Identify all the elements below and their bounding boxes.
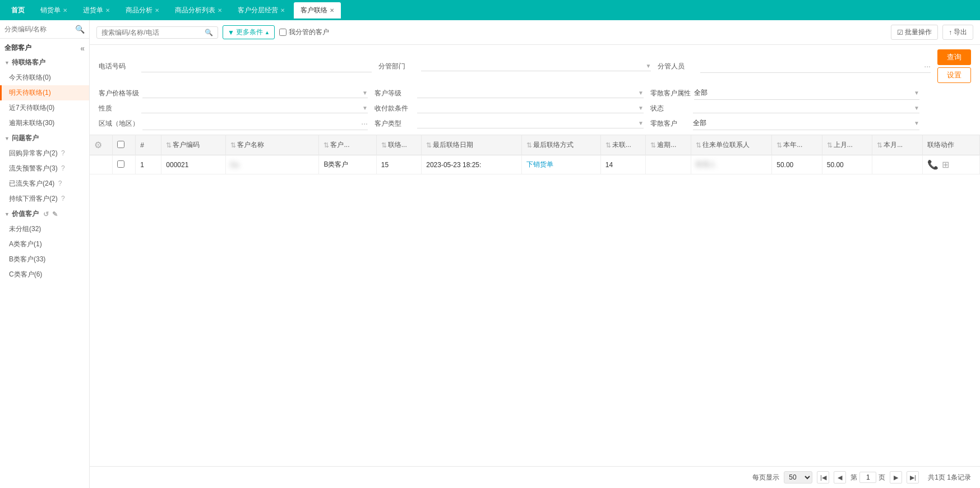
filter-more-btn[interactable]: ▼ 更多条件 ▲ bbox=[223, 25, 275, 39]
sort-name-icon: ⇅ bbox=[230, 141, 236, 149]
row-checkbox[interactable] bbox=[117, 160, 124, 168]
query-button[interactable]: 查询 bbox=[937, 49, 971, 65]
price-level-label: 客户价格等级 bbox=[99, 89, 139, 98]
help-icon-1[interactable]: ? bbox=[61, 164, 65, 172]
th-row-num: # bbox=[136, 135, 161, 155]
nature-select[interactable]: ▼ bbox=[141, 103, 368, 113]
help-icon-0[interactable]: ? bbox=[61, 149, 65, 157]
export-button[interactable]: ↑ 导出 bbox=[942, 25, 973, 40]
filter-search-icon[interactable]: 🔍 bbox=[205, 29, 213, 36]
nav-purchase[interactable]: 进货单 ✕ bbox=[76, 2, 117, 19]
th-last-contact-date[interactable]: ⇅ 最后联络日期 bbox=[422, 135, 522, 155]
sidebar-item-week-contact[interactable]: 近7天待联络(0) bbox=[0, 100, 89, 116]
unit-contacts-value: 联系人 bbox=[696, 160, 716, 168]
retail-attr-value: 全部 bbox=[694, 88, 708, 98]
close-goods-analysis-icon[interactable]: ✕ bbox=[155, 7, 159, 13]
goods-analysis-label: 商品分析 bbox=[126, 6, 152, 15]
close-purchase-icon[interactable]: ✕ bbox=[105, 7, 110, 13]
sidebar-item-tomorrow-contact[interactable]: 明天待联络(1) bbox=[0, 85, 89, 100]
pending-contact-group[interactable]: 待联络客户 bbox=[0, 55, 89, 70]
th-this-month[interactable]: ⇅ 本月... bbox=[872, 135, 922, 155]
region-dots-btn[interactable]: ··· bbox=[361, 119, 368, 128]
value-customers-group[interactable]: 价值客户 ↺ ✎ bbox=[0, 206, 89, 222]
all-customers-header[interactable]: 全部客户 « bbox=[0, 39, 89, 55]
collapse-sidebar-icon[interactable]: « bbox=[80, 44, 85, 53]
th-this-year[interactable]: ⇅ 本年... bbox=[772, 135, 822, 155]
th-customer-type[interactable]: ⇅ 客户... bbox=[319, 135, 376, 155]
retail-attr-select[interactable]: 全部 ▼ bbox=[694, 86, 919, 100]
field-status: 状态 ▼ bbox=[650, 103, 919, 113]
filter-search-input[interactable] bbox=[101, 29, 202, 36]
nav-home[interactable]: 首页 bbox=[4, 2, 31, 19]
sort-tmonth-icon: ⇅ bbox=[877, 141, 882, 149]
sidebar-search-input[interactable] bbox=[4, 25, 73, 33]
sidebar-item-class-c[interactable]: C类客户(6) bbox=[0, 267, 89, 282]
price-level-select[interactable]: ▼ bbox=[142, 88, 368, 98]
region-label: 区域（地区） bbox=[99, 119, 139, 128]
th-customer-code[interactable]: ⇅ 客户编码 bbox=[161, 135, 226, 155]
th-last-contact-method[interactable]: ⇅ 最后联络方式 bbox=[522, 135, 601, 155]
th-not-contacted[interactable]: ⇅ 未联... bbox=[600, 135, 646, 155]
phone-input[interactable] bbox=[141, 61, 372, 72]
field-customer-type: 客户类型 ▼ bbox=[375, 118, 644, 128]
page-input[interactable] bbox=[859, 472, 876, 483]
th-overdue[interactable]: ⇅ 逾期... bbox=[646, 135, 691, 155]
th-last-month[interactable]: ⇅ 上月... bbox=[822, 135, 872, 155]
close-customer-contact-icon[interactable]: ✕ bbox=[330, 7, 334, 13]
next-page-btn[interactable]: ▶ bbox=[890, 471, 902, 484]
nav-sales[interactable]: 销货单 ✕ bbox=[34, 2, 74, 19]
th-customer-name[interactable]: ⇅ 客户名称 bbox=[226, 135, 319, 155]
sidebar-item-today-contact[interactable]: 今天待联络(0) bbox=[0, 70, 89, 85]
column-settings-icon[interactable]: ⚙ bbox=[94, 140, 102, 150]
problem-customers-group[interactable]: 问题客户 bbox=[0, 131, 89, 146]
sidebar-item-ungrouped[interactable]: 未分组(32) bbox=[0, 222, 89, 237]
sidebar-item-class-a[interactable]: A类客户(1) bbox=[0, 237, 89, 252]
retail-customer-label: 零散客户 bbox=[650, 119, 690, 128]
sidebar-item-lost-risk[interactable]: 流失预警客户(3) ? bbox=[0, 161, 89, 176]
close-goods-analysis-list-icon[interactable]: ✕ bbox=[218, 7, 222, 13]
select-all-checkbox[interactable] bbox=[117, 141, 124, 148]
retail-attr-label: 零散客户属性 bbox=[650, 89, 691, 98]
sidebar-item-overdue-contact[interactable]: 逾期未联络(30) bbox=[0, 116, 89, 131]
first-page-btn[interactable]: |◀ bbox=[817, 471, 829, 484]
sidebar-search-icon[interactable]: 🔍 bbox=[75, 25, 85, 34]
field-phone: 电话号码 bbox=[99, 61, 372, 72]
nav-goods-analysis[interactable]: 商品分析 ✕ bbox=[119, 2, 166, 19]
dept-select[interactable]: ▼ bbox=[421, 61, 651, 71]
close-customer-tier-icon[interactable]: ✕ bbox=[280, 7, 285, 13]
my-customers-checkbox[interactable] bbox=[279, 29, 286, 36]
grid-action-icon[interactable]: ⊞ bbox=[942, 159, 949, 170]
payment-select[interactable]: ▼ bbox=[417, 103, 644, 113]
prev-page-btn[interactable]: ◀ bbox=[834, 471, 846, 484]
customer-type-select[interactable]: ▼ bbox=[417, 118, 644, 128]
customer-level-select[interactable]: ▼ bbox=[417, 88, 644, 98]
retail-customer-select[interactable]: 全部 ▼ bbox=[693, 117, 919, 130]
field-customer-level: 客户等级 ▼ bbox=[375, 88, 644, 98]
last-contact-method-link[interactable]: 下销货单 bbox=[526, 160, 553, 168]
nav-goods-analysis-list[interactable]: 商品分析列表 ✕ bbox=[168, 2, 229, 19]
phone-action-icon[interactable]: 📞 bbox=[927, 159, 939, 170]
status-select[interactable]: ▼ bbox=[693, 103, 919, 113]
help-icon-3[interactable]: ? bbox=[61, 195, 65, 202]
sort-unit-icon: ⇅ bbox=[696, 141, 701, 149]
sidebar-item-continuous-decline[interactable]: 持续下滑客户(2) ? bbox=[0, 191, 89, 206]
person-dots-btn[interactable]: ··· bbox=[924, 62, 931, 71]
th-contacts[interactable]: ⇅ 联络... bbox=[376, 135, 422, 155]
refresh-icon[interactable]: ↺ bbox=[43, 210, 49, 218]
th-unit-contacts[interactable]: ⇅ 往来单位联系人 bbox=[691, 135, 771, 155]
nav-customer-tier[interactable]: 客户分层经营 ✕ bbox=[231, 2, 292, 19]
sidebar-item-repurchase-abnormal[interactable]: 回购异常客户(2) ? bbox=[0, 146, 89, 161]
sidebar-item-class-b[interactable]: B类客户(33) bbox=[0, 252, 89, 267]
last-page-btn[interactable]: ▶| bbox=[907, 471, 919, 484]
per-page-select[interactable]: 50 100 200 bbox=[784, 471, 812, 484]
my-customers-checkbox-area[interactable]: 我分管的客户 bbox=[279, 27, 329, 37]
help-icon-2[interactable]: ? bbox=[58, 179, 62, 187]
page-unit: 页 bbox=[879, 473, 885, 482]
edit-value-icon[interactable]: ✎ bbox=[52, 210, 58, 218]
filter-bar: 🔍 ▼ 更多条件 ▲ 我分管的客户 ☑ 批量操作 ↑ 导出 bbox=[90, 20, 980, 45]
close-sales-icon[interactable]: ✕ bbox=[63, 7, 67, 13]
sidebar-item-already-lost[interactable]: 已流失客户(24) ? bbox=[0, 176, 89, 191]
batch-operation-button[interactable]: ☑ 批量操作 bbox=[891, 25, 938, 40]
nav-customer-contact[interactable]: 客户联络 ✕ bbox=[294, 2, 341, 19]
setting-button[interactable]: 设置 bbox=[937, 67, 971, 83]
